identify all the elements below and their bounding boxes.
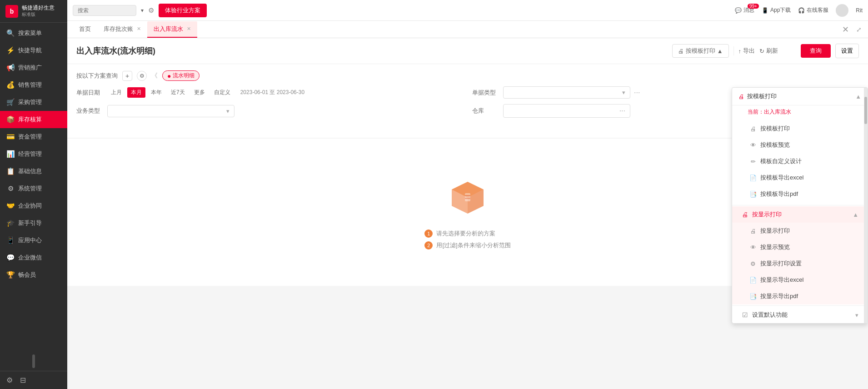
topbar-app-download[interactable]: 📱 App下载 — [762, 6, 791, 14]
display-section-icon: 🖨 — [741, 211, 748, 218]
dropdown-item-display-preview[interactable]: 👁按显示预览 — [732, 239, 868, 255]
settings-icon[interactable]: ⚙ — [6, 376, 13, 384]
date-opt-2[interactable]: 本年 — [147, 87, 165, 98]
filter-collapse-btn[interactable]: 《 — [151, 72, 158, 80]
warehouse-select[interactable]: ··· — [503, 104, 630, 118]
print-btn[interactable]: 🖨 按模板打印 ▲ — [672, 44, 729, 58]
guide-icon: 🎓 — [6, 219, 15, 227]
window-expand-icon[interactable]: ⤢ — [856, 26, 862, 33]
msg-badge: 99+ — [748, 4, 759, 9]
dropdown-item-template-print[interactable]: 🖨按模板打印 — [732, 120, 868, 137]
logo-sub: 标准版 — [22, 11, 55, 18]
voucher-more-btn[interactable]: ··· — [634, 89, 640, 97]
dropdown-item-template-pdf[interactable]: 📑按模板导出pdf — [732, 186, 868, 202]
refresh-btn[interactable]: ↻ 刷新 — [759, 47, 778, 55]
sidebar-item-guide[interactable]: 🎓新手引导 — [0, 214, 67, 232]
filter-add-btn[interactable]: + — [122, 71, 132, 81]
tab-close-stock-flow[interactable]: ✕ — [187, 26, 191, 32]
biztype-select[interactable]: ▾ — [107, 105, 234, 117]
sidebar-item-enterprise[interactable]: 🤝企业协同 — [0, 197, 67, 214]
tab-home[interactable]: 首页 — [73, 21, 97, 38]
sidebar-item-purchase[interactable]: 🛒采购管理 — [0, 94, 67, 111]
dropdown-display-header[interactable]: 🖨 按显示打印 ▲ — [732, 206, 868, 223]
search-input[interactable] — [73, 5, 136, 16]
template-preview-icon: 👁 — [749, 142, 757, 149]
dropdown-panel: 🖨 按模板打印 ▲ 当前：出入库流水 🖨按模板打印👁按模板预览✏模板自定义设计📄… — [732, 87, 868, 324]
page-header-right: 🖨 按模板打印 ▲ ↑ 导出 ↻ 刷新 查询 设置 — [672, 44, 859, 64]
sidebar-item-wechat[interactable]: 💬企业微信 — [0, 249, 67, 266]
set-btn[interactable]: 设置 — [835, 44, 859, 58]
topbar-service[interactable]: 🎧 在线客服 — [798, 6, 828, 14]
sidebar-item-basic[interactable]: 📋基础信息 — [0, 163, 67, 180]
svg-rect-5 — [465, 195, 470, 196]
dropdown-item-template-customize[interactable]: ✏模板自定义设计 — [732, 153, 868, 170]
dropdown-item-template-preview[interactable]: 👁按模板预览 — [732, 137, 868, 153]
dropdown-collapse-btn[interactable]: ▲ — [855, 93, 861, 100]
sidebar-item-marketing[interactable]: 📢营销推广 — [0, 59, 67, 76]
sidebar-item-app-center[interactable]: 📱应用中心 — [0, 232, 67, 249]
purchase-icon: 🛒 — [6, 98, 15, 106]
topbar: ▾ ⚙ 体验行业方案 💬 消息 99+ 📱 App下载 🎧 在线客服 Rit — [67, 0, 868, 21]
sidebar-item-label: 新手引导 — [18, 219, 42, 227]
sidebar-item-finance[interactable]: 💳资金管理 — [0, 128, 67, 145]
filter-setting-btn[interactable]: ⚙ — [137, 71, 147, 81]
dropdown-item-display-excel[interactable]: 📄按显示导出excel — [732, 272, 868, 288]
sidebar-menu: 🔍搜索菜单⚡快捷导航📢营销推广💰销售管理🛒采购管理📦库存核算💳资金管理📊经营管理… — [0, 23, 67, 352]
tab-stock-flow[interactable]: 出入库流水✕ — [147, 21, 197, 38]
sidebar-logo: b 畅捷通好生意 标准版 — [0, 0, 67, 23]
dropdown-item-display-pdf[interactable]: 📑按显示导出pdf — [732, 288, 868, 304]
dropdown-display-items: 🖨按显示打印👁按显示预览⚙按显示打印设置📄按显示导出excel📑按显示导出pdf — [732, 223, 868, 304]
tab-label: 首页 — [79, 25, 91, 33]
dropdown-default-item[interactable]: ☑ 设置默认功能 ▾ — [732, 307, 868, 323]
phone-icon: 📱 — [762, 7, 768, 14]
dropdown-divider-2 — [732, 305, 868, 306]
date-opt-5[interactable]: 自定义 — [210, 87, 234, 98]
sidebar-item-system[interactable]: ⚙系统管理 — [0, 180, 67, 197]
logo-name: 畅捷通好生意 — [22, 5, 55, 12]
active-filter-tag[interactable]: ● 流水明细 — [162, 70, 200, 81]
search-dropdown-btn[interactable]: ▾ — [141, 7, 144, 14]
dropdown-header: 🖨 按模板打印 ▲ — [732, 88, 868, 105]
dropdown-scrollbar[interactable] — [864, 88, 868, 323]
topbar-avatar[interactable] — [836, 4, 848, 17]
display-settings-icon: ⚙ — [749, 260, 757, 267]
sidebar-item-label: 企业微信 — [18, 254, 42, 262]
topbar-msg[interactable]: 💬 消息 99+ — [735, 6, 754, 14]
sidebar-item-label: 经营管理 — [18, 150, 42, 158]
date-opt-4[interactable]: 更多 — [190, 87, 209, 98]
topbar-username: Rit — [856, 7, 863, 14]
date-opt-0[interactable]: 上月 — [107, 87, 125, 98]
voucher-type-select[interactable]: ▾ — [503, 86, 630, 99]
query-btn[interactable]: 查询 — [801, 44, 831, 58]
sidebar-item-member[interactable]: 🏆畅会员 — [0, 266, 67, 284]
tab-label: 库存批次账 — [104, 25, 133, 33]
active-tag-dot: ● — [167, 72, 171, 80]
dropdown-item-display-settings[interactable]: ⚙按显示打印设置 — [732, 255, 868, 272]
industry-btn[interactable]: 体验行业方案 — [159, 4, 207, 17]
tab-inventory-batch[interactable]: 库存批次账✕ — [97, 21, 147, 38]
system-icon: ⚙ — [6, 185, 15, 193]
empty-steps: 1 请先选择要分析的方案 2 用[过滤]条件来缩小分析范围 — [424, 229, 510, 249]
menu-toggle-icon[interactable]: ⊟ — [20, 376, 26, 384]
warehouse-more-btn[interactable]: ··· — [619, 107, 625, 115]
display-excel-icon: 📄 — [749, 277, 757, 284]
dropdown-item-display-print[interactable]: 🖨按显示打印 — [732, 223, 868, 239]
sidebar-item-sales[interactable]: 💰销售管理 — [0, 76, 67, 94]
dropdown-item-template-excel[interactable]: 📄按模板导出excel — [732, 170, 868, 186]
sidebar-item-search[interactable]: 🔍搜索菜单 — [0, 25, 67, 42]
step-2-num: 2 — [424, 241, 433, 249]
tab-close-inventory-batch[interactable]: ✕ — [137, 26, 141, 32]
sidebar-item-inventory[interactable]: 📦库存核算 — [0, 111, 67, 128]
filter-label: 按以下方案查询 — [76, 72, 118, 80]
date-opt-3[interactable]: 近7天 — [167, 87, 189, 98]
date-opt-1[interactable]: 本月 — [127, 87, 145, 98]
topbar-right: 💬 消息 99+ 📱 App下载 🎧 在线客服 Rit — [735, 4, 863, 17]
window-close-icon[interactable]: ✕ — [842, 25, 849, 35]
sidebar-item-quick-nav[interactable]: ⚡快捷导航 — [0, 42, 67, 59]
sidebar-item-operation[interactable]: 📊经营管理 — [0, 145, 67, 163]
dropdown-scroll-thumb — [864, 97, 867, 124]
topbar-gear-icon[interactable]: ⚙ — [148, 6, 154, 15]
export-btn[interactable]: ↑ 导出 — [738, 47, 755, 55]
sidebar-item-label: 销售管理 — [18, 81, 42, 89]
sidebar-item-label: 应用中心 — [18, 236, 42, 244]
